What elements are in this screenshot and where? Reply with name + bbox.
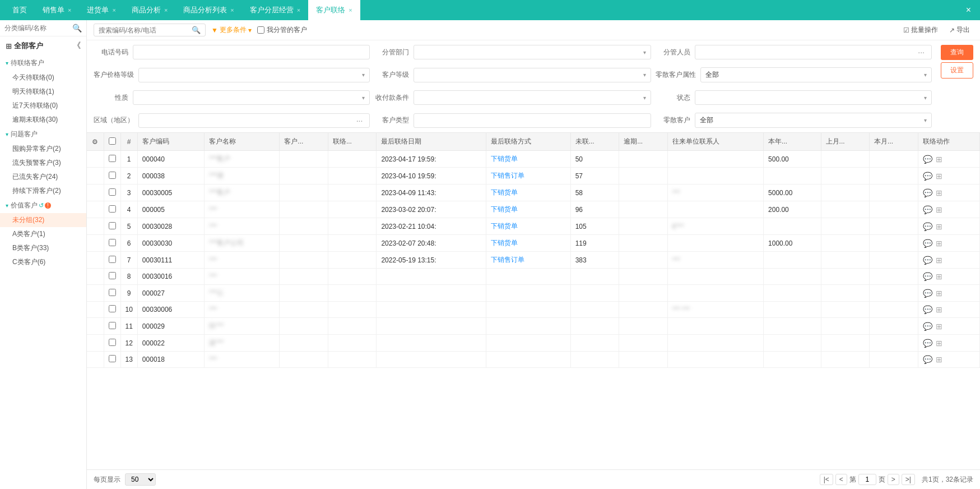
status-select[interactable]: ▾	[695, 90, 932, 105]
contact-method-link[interactable]: 下销货单	[491, 155, 518, 163]
query-btn[interactable]: 查询	[941, 45, 973, 60]
td-checkbox[interactable]	[104, 302, 120, 318]
close-product-list-tab-icon[interactable]: ×	[230, 7, 234, 13]
row-checkbox[interactable]	[109, 188, 116, 196]
th-checkbox[interactable]	[104, 133, 120, 151]
contact-method-link[interactable]: 下销货单	[491, 222, 518, 230]
sidebar-item-lost[interactable]: 已流失客户(24)	[0, 170, 86, 184]
row-checkbox[interactable]	[109, 256, 116, 263]
more-action-icon[interactable]: ⊞	[936, 155, 942, 164]
nature-select[interactable]: ▾	[133, 90, 370, 105]
contact-method-link[interactable]: 下销货单	[491, 188, 518, 196]
page-size-select[interactable]: 50 20 100	[125, 473, 156, 486]
first-page-btn[interactable]: |<	[820, 474, 833, 485]
close-product-analysis-tab-icon[interactable]: ×	[164, 7, 168, 13]
sidebar-item-class-a[interactable]: A类客户(1)	[0, 227, 86, 241]
payment-select[interactable]: ▾	[414, 90, 651, 105]
reset-btn[interactable]: 设置	[941, 62, 973, 79]
more-action-icon[interactable]: ⊞	[936, 289, 942, 298]
dept-select[interactable]: ▾	[414, 45, 651, 59]
more-action-icon[interactable]: ⊞	[936, 205, 942, 214]
th-this-month[interactable]: 本月...	[870, 133, 918, 151]
contact-action-icon[interactable]: 💬	[923, 305, 932, 314]
td-checkbox[interactable]	[104, 201, 120, 218]
row-checkbox[interactable]	[109, 355, 116, 362]
retail-attr-select[interactable]: 全部 ▾	[700, 67, 932, 82]
row-checkbox[interactable]	[109, 272, 116, 279]
row-checkbox[interactable]	[109, 322, 116, 329]
group-title-pending[interactable]: ▾ 待联络客户	[0, 56, 86, 71]
nav-tab-customer-mgmt[interactable]: 客户分层经营 ×	[242, 0, 308, 20]
sidebar-item-overdue[interactable]: 逾期未联络(30)	[0, 113, 86, 127]
sidebar-item-class-c[interactable]: C类客户(6)	[0, 255, 86, 269]
td-checkbox[interactable]	[104, 151, 120, 168]
page-input[interactable]	[858, 474, 876, 485]
more-action-icon[interactable]: ⊞	[936, 339, 942, 348]
row-checkbox[interactable]	[109, 222, 116, 229]
nav-tab-purchase[interactable]: 进货单 ×	[79, 0, 123, 20]
th-overdue[interactable]: 逾期...	[619, 133, 668, 151]
contact-action-icon[interactable]: 💬	[923, 222, 932, 231]
customer-type-select[interactable]	[414, 113, 651, 128]
price-level-select[interactable]: ▾	[138, 68, 370, 82]
customer-level-select[interactable]: ▾	[414, 68, 651, 82]
contact-action-icon[interactable]: 💬	[923, 205, 932, 214]
nav-tab-sales[interactable]: 销售单 ×	[35, 0, 79, 20]
sidebar-search-input[interactable]	[4, 24, 72, 32]
staff-more-icon[interactable]: ···	[916, 48, 927, 57]
region-select[interactable]: ···	[138, 113, 370, 128]
th-this-year[interactable]: 本年...	[764, 133, 821, 151]
sidebar-item-loss-warning[interactable]: 流失预警客户(3)	[0, 156, 86, 170]
more-action-icon[interactable]: ⊞	[936, 355, 942, 364]
td-checkbox[interactable]	[104, 218, 120, 235]
row-checkbox[interactable]	[109, 339, 116, 346]
more-action-icon[interactable]: ⊞	[936, 172, 942, 181]
nav-tab-home[interactable]: 首页	[4, 0, 35, 20]
phone-input[interactable]	[133, 45, 370, 59]
sidebar-search-box[interactable]: 🔍	[0, 20, 86, 36]
th-last-month[interactable]: 上月...	[821, 133, 870, 151]
th-last-contact-date[interactable]: 最后联络日期	[377, 133, 486, 151]
contact-action-icon[interactable]: 💬	[923, 188, 932, 197]
contact-action-icon[interactable]: 💬	[923, 172, 932, 181]
contact-action-icon[interactable]: 💬	[923, 272, 932, 281]
contact-action-icon[interactable]: 💬	[923, 322, 932, 331]
th-settings[interactable]: ⚙	[87, 133, 104, 151]
contact-method-link[interactable]: 下销货单	[491, 205, 518, 213]
group-title-value[interactable]: ▾ 价值客户 ↺ !	[0, 198, 86, 213]
th-name[interactable]: 客户名称	[205, 133, 280, 151]
th-code[interactable]: 客户编码	[137, 133, 204, 151]
more-action-icon[interactable]: ⊞	[936, 305, 942, 314]
contact-action-icon[interactable]: 💬	[923, 355, 932, 364]
row-checkbox[interactable]	[109, 239, 116, 246]
sidebar-item-week-pending[interactable]: 近7天待联络(0)	[0, 99, 86, 113]
close-purchase-tab-icon[interactable]: ×	[112, 7, 115, 13]
group-title-problem[interactable]: ▾ 问题客户	[0, 127, 86, 142]
row-checkbox[interactable]	[109, 305, 116, 312]
contact-action-icon[interactable]: 💬	[923, 339, 932, 348]
batch-ops-btn[interactable]: ☑ 批量操作	[900, 24, 941, 36]
sidebar-item-tomorrow-pending[interactable]: 明天待联络(1)	[0, 85, 86, 99]
td-checkbox[interactable]	[104, 285, 120, 302]
td-checkbox[interactable]	[104, 335, 120, 352]
staff-select[interactable]: ···	[695, 45, 932, 59]
my-customers-filter[interactable]: 我分管的客户	[257, 25, 307, 35]
next-page-btn[interactable]: >	[888, 474, 899, 485]
td-checkbox[interactable]	[104, 352, 120, 368]
more-conditions-btn[interactable]: ▼ 更多条件 ▾	[211, 25, 252, 35]
retail-customer-select[interactable]: 全部 ▾	[695, 113, 932, 128]
row-checkbox[interactable]	[109, 205, 116, 213]
more-action-icon[interactable]: ⊞	[936, 239, 942, 248]
more-action-icon[interactable]: ⊞	[936, 188, 942, 197]
contact-action-icon[interactable]: 💬	[923, 256, 932, 265]
sidebar-search-icon[interactable]: 🔍	[72, 24, 82, 33]
contact-method-link[interactable]: 下销货单	[491, 239, 518, 247]
close-customer-mgmt-tab-icon[interactable]: ×	[297, 7, 300, 13]
more-action-icon[interactable]: ⊞	[936, 222, 942, 231]
contact-method-link[interactable]: 下销售订单	[491, 172, 524, 179]
row-checkbox[interactable]	[109, 289, 116, 296]
more-action-icon[interactable]: ⊞	[936, 322, 942, 331]
td-checkbox[interactable]	[104, 235, 120, 252]
row-checkbox[interactable]	[109, 172, 116, 179]
region-more-icon[interactable]: ···	[354, 116, 365, 125]
